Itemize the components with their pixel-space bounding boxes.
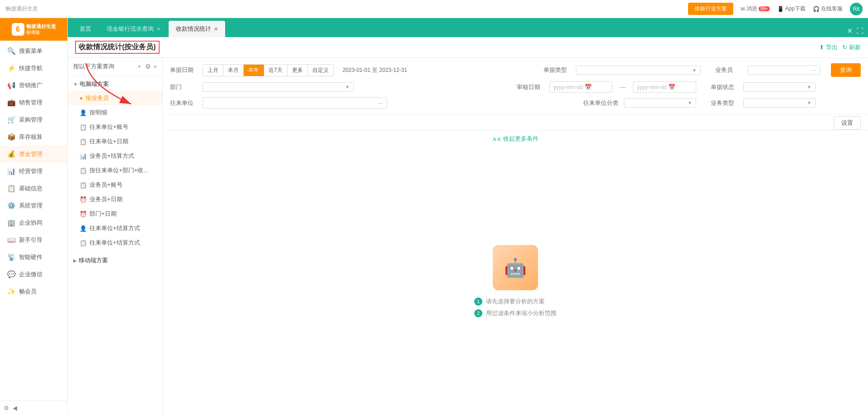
sidebar-item-wechat[interactable]: 💬 企业微信 (0, 266, 67, 283)
operations-label: 经营管理 (19, 167, 42, 175)
tab-collection-stats-close[interactable]: ✕ (214, 26, 218, 32)
sidebar-item-basic-info[interactable]: 📋 基础信息 (0, 180, 67, 197)
export-btn[interactable]: ⬆ 导出 (819, 43, 838, 52)
sidebar-item-enterprise[interactable]: 🏢 企业协同 (0, 214, 67, 231)
scheme-add-icon[interactable]: ＋ (136, 62, 142, 71)
inner-layout: 按以下方案查询 ＋ ⚙ « ▼ 电脑端方案 ● 按业务员 (68, 58, 868, 415)
step-2-num: 2 (474, 309, 482, 317)
wechat-icon: 💬 (7, 270, 15, 278)
message-icon: ✉ (741, 6, 745, 12)
purchase-label: 采购管理 (19, 116, 42, 124)
sidebar-item-smart-hardware[interactable]: 📡 智能硬件 (0, 249, 67, 266)
scheme-settings-icon[interactable]: ⚙ (145, 63, 151, 70)
sidebar-collapse-icon[interactable]: ◀ (13, 405, 17, 411)
scheme-item-by-detail[interactable]: 👤 按明细 (68, 105, 162, 120)
dept-arrow: ▼ (345, 85, 350, 90)
settings-btn[interactable]: 设置 (834, 116, 861, 130)
salesperson-more[interactable]: ··· (812, 68, 816, 73)
scheme-group-desktop-title[interactable]: ▼ 电脑端方案 (68, 77, 162, 91)
review-date-label: 审核日期 (517, 83, 544, 91)
empty-step-2: 2 用过滤条件来缩小分析范围 (474, 309, 557, 317)
refresh-btn[interactable]: ↻ 刷新 (842, 43, 861, 52)
sidebar-settings-icon[interactable]: ⚙ (4, 405, 9, 411)
scheme-group-mobile-title[interactable]: ▶ 移动端方案 (68, 254, 162, 267)
scheme-item-salesperson-date[interactable]: ⏰ 业务员+日期 (68, 192, 162, 207)
sidebar-menu: 🔍 搜索菜单 ⚡ 快捷导航 📢 营销推广 💼 销售管理 🛒 采购管理 📦 (0, 41, 67, 401)
scheme-title: 按以下方案查询 (73, 62, 133, 71)
date-tab-last-7[interactable]: 近7天 (264, 65, 288, 76)
scheme-item-partner-settle1[interactable]: 👤 往来单位+结算方式 (68, 221, 162, 236)
collapse-bar[interactable]: ∧∧ 收起更多条件 (163, 130, 868, 147)
tab-collection-stats[interactable]: 收款情况统计 ✕ (169, 21, 225, 37)
purchase-icon: 🛒 (7, 116, 15, 124)
calendar-icon-to[interactable]: 📅 (668, 84, 675, 90)
doc-type-dropdown[interactable]: ▼ (576, 66, 701, 75)
partner-category-dropdown[interactable]: ▼ (624, 98, 696, 108)
user-avatar[interactable]: Rit (850, 3, 863, 15)
biz-type-dropdown[interactable]: ▼ (743, 98, 816, 108)
scheme-item-partner-settle2-label: 往来单位+结算方式 (90, 239, 140, 247)
message-btn[interactable]: ✉ 消息 99+ (741, 5, 770, 13)
date-tab-this-year[interactable]: 本年 (244, 65, 264, 76)
tab-bank-flow-label: 现金银行流水查询 (107, 25, 154, 33)
salesperson-dropdown[interactable]: ··· (748, 66, 820, 75)
guide-label: 新手引导 (19, 236, 42, 244)
scheme-item-dept-date-icon: ⏰ (80, 211, 87, 217)
tab-bank-flow[interactable]: 现金银行流水查询 ✕ (99, 21, 168, 37)
sidebar-item-inventory[interactable]: 📦 库存核算 (0, 128, 67, 146)
scheme-item-partner-date[interactable]: 📋 往来单位+日期 (68, 134, 162, 149)
date-tab-more[interactable]: 更多 (288, 65, 308, 76)
date-tab-this-month[interactable]: 本月 (223, 65, 244, 76)
scheme-item-partner-account[interactable]: 📋 往来单位+账号 (68, 120, 162, 134)
sidebar-item-system[interactable]: ⚙️ 系统管理 (0, 197, 67, 214)
sidebar-item-search-menu[interactable]: 🔍 搜索菜单 (0, 42, 67, 60)
tab-close-all-btn[interactable]: ✕ (847, 27, 853, 35)
trial-btn[interactable]: 体验行业方案 (688, 3, 733, 15)
breadcrumb: 畅捷通好生意 (5, 5, 38, 13)
sidebar-item-finance[interactable]: 💰 资金管理 (0, 146, 67, 163)
vip-icon: ✨ (7, 288, 15, 296)
scheme-item-salesperson-date-label: 业务员+日期 (90, 195, 123, 203)
query-btn[interactable]: 查询 (831, 63, 861, 77)
scheme-collapse-icon[interactable]: « (154, 63, 157, 70)
scheme-header: 按以下方案查询 ＋ ⚙ « (68, 58, 162, 75)
review-date-from[interactable]: yyyy-mm-dd 📅 (549, 81, 613, 93)
date-tab-custom[interactable]: 自定义 (308, 65, 333, 76)
review-date-to[interactable]: yyyy-mm-dd 📅 (633, 81, 696, 93)
quick-nav-label: 快捷导航 (19, 64, 42, 72)
sidebar-item-vip[interactable]: ✨ 畅会员 (0, 283, 67, 300)
top-header-right: 体验行业方案 ✉ 消息 99+ 📱 App下载 🎧 在线客服 Rit (688, 3, 863, 15)
tab-maximize-btn[interactable]: ⛶ (856, 27, 863, 35)
sidebar-item-sales[interactable]: 💼 销售管理 (0, 94, 67, 111)
date-range: 2023-01-01 至 2023-12-31 (343, 66, 407, 74)
scheme-item-salesperson-settle[interactable]: 📊 业务员+结算方式 (68, 149, 162, 163)
scheme-item-dept-date[interactable]: ⏰ 部门+日期 (68, 207, 162, 221)
online-service-btn[interactable]: 🎧 在线客服 (813, 5, 843, 13)
sidebar-item-quick-nav[interactable]: ⚡ 快捷导航 (0, 60, 67, 77)
filter-row-1: 单据日期 上月 本月 本年 近7天 更多 自定义 2023-01-01 (170, 63, 861, 77)
partner-more-icon[interactable]: ··· (378, 99, 383, 106)
sidebar-item-guide[interactable]: 📖 新手引导 (0, 231, 67, 249)
date-tab-last-month[interactable]: 上月 (203, 65, 223, 76)
sidebar-item-operations[interactable]: 📊 经营管理 (0, 163, 67, 180)
calendar-icon-from[interactable]: 📅 (585, 84, 592, 90)
scheme-item-partner-settle1-label: 往来单位+结算方式 (90, 224, 140, 232)
sidebar-item-marketing[interactable]: 📢 营销推广 (0, 77, 67, 94)
filter-row-3: 往来单位 ··· 往来单位分类 ▼ (170, 97, 861, 108)
guide-icon: 📖 (7, 236, 15, 244)
scheme-item-by-salesperson[interactable]: ● 按业务员 (68, 91, 162, 105)
app-download-btn[interactable]: 📱 App下载 (777, 5, 806, 13)
date-from: 2023-01-01 (343, 67, 370, 73)
finance-label: 资金管理 (19, 150, 42, 158)
partner-dropdown[interactable]: ··· (203, 97, 387, 108)
scheme-item-salesperson-settle-label: 业务员+结算方式 (90, 152, 134, 160)
scheme-item-salesperson-account[interactable]: 📋 业务员+账号 (68, 178, 162, 192)
dept-dropdown[interactable]: ▼ (203, 82, 354, 92)
step-2-text: 用过滤条件来缩小分析范围 (486, 309, 557, 317)
scheme-item-partner-settle2[interactable]: 📋 往来单位+结算方式 (68, 236, 162, 250)
doc-status-dropdown[interactable]: ▼ (743, 82, 816, 92)
sidebar-item-purchase[interactable]: 🛒 采购管理 (0, 111, 67, 128)
tab-bank-flow-close[interactable]: ✕ (156, 26, 160, 32)
tab-home[interactable]: 首页 (72, 21, 99, 37)
scheme-item-partner-dept-col[interactable]: 📋 按往来单位+部门+收... (68, 163, 162, 178)
